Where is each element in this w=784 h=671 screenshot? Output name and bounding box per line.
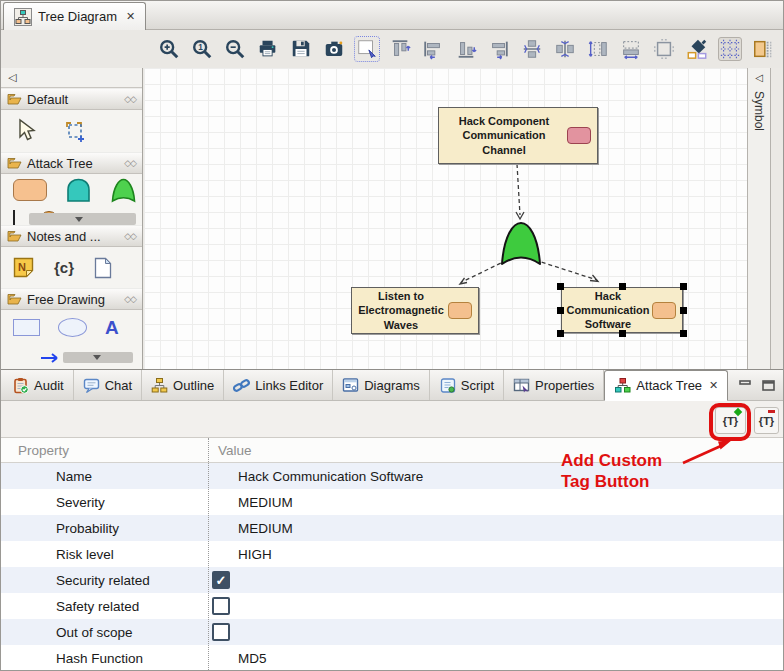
view-tab-bar: Audit Chat Outline Links Editor Diagrams… [1, 370, 784, 401]
tab-properties[interactable]: Properties [504, 370, 604, 400]
tab-close-icon[interactable]: ✕ [126, 10, 135, 23]
format-painter-icon[interactable] [685, 37, 709, 61]
palette-footer-scrollbar[interactable] [63, 352, 133, 363]
select-tool-icon[interactable] [13, 118, 37, 144]
tab-audit[interactable]: Audit [3, 370, 74, 400]
distribute-vertical-icon[interactable] [520, 37, 544, 61]
table-row[interactable]: Safety related ✓ [1, 593, 784, 619]
connector-tool[interactable] [13, 210, 15, 225]
table-body: Name Hack Communication Software Severit… [1, 463, 784, 671]
add-custom-tag-button[interactable]: {T} [715, 407, 746, 434]
or-gate-tool[interactable] [110, 178, 137, 203]
tab-close-icon[interactable]: ✕ [709, 379, 718, 392]
scroll-right-icon[interactable] [39, 352, 63, 364]
distribute-horizontal-icon[interactable] [553, 37, 577, 61]
table-row[interactable]: Security related ✓ [1, 567, 784, 593]
expand-arrow-icon[interactable]: ◁ [755, 72, 763, 83]
align-right-icon[interactable] [487, 37, 511, 61]
table-row[interactable]: Out of scope ✓ [1, 619, 784, 645]
palette-collapse-button[interactable]: ◁ [1, 68, 142, 88]
node-badge[interactable] [448, 302, 472, 319]
node-hack-communication-software[interactable]: Hack Communication Software [561, 287, 683, 333]
selection-handle[interactable] [680, 283, 687, 290]
ellipse-tool[interactable] [58, 318, 87, 337]
tab-attack-tree[interactable]: Attack Tree ✕ [604, 370, 728, 401]
symbol-panel-label: Symbol [752, 91, 766, 131]
maximize-icon[interactable] [762, 379, 775, 392]
marquee-tool-icon[interactable] [63, 119, 87, 143]
tab-outline[interactable]: Outline [142, 370, 224, 400]
toggle-grid-icon[interactable] [718, 37, 742, 61]
property-value[interactable]: MEDIUM [208, 495, 293, 510]
selection-handle[interactable] [680, 330, 687, 337]
align-bottom-icon[interactable] [454, 37, 478, 61]
palette-drawer-attack-tree[interactable]: Attack Tree ◇◇ [1, 152, 142, 174]
table-row[interactable]: Probability MEDIUM [1, 515, 784, 541]
property-name: Risk level [1, 547, 208, 562]
note-tool[interactable]: N [13, 257, 34, 278]
symbol-panel-collapsed[interactable]: ◁ Symbol [747, 68, 771, 369]
comment-tool[interactable]: {c} [54, 259, 74, 276]
align-top-icon[interactable] [388, 37, 412, 61]
tag-glyph: {T} [759, 415, 774, 427]
security-related-checkbox[interactable]: ✓ [212, 571, 230, 589]
bottom-panel: Audit Chat Outline Links Editor Diagrams… [1, 369, 784, 671]
palette-drawer-notes[interactable]: Notes and ... ◇◇ [1, 225, 142, 247]
minimize-icon[interactable] [739, 379, 752, 392]
node-badge[interactable] [652, 302, 676, 319]
tab-tree-diagram[interactable]: Tree Diagram ✕ [3, 2, 146, 30]
zoom-actual-icon[interactable]: 1 [190, 37, 214, 61]
node-listen-to-electromagnetic-waves[interactable]: Listen to Electromagnetic Waves [351, 287, 479, 334]
palette-drawer-default[interactable]: Default ◇◇ [1, 88, 142, 110]
rectangle-tool[interactable] [13, 319, 40, 336]
header-value: Value [208, 443, 252, 458]
selection-handle[interactable] [557, 330, 564, 337]
table-row[interactable]: Severity MEDIUM [1, 489, 784, 515]
node-badge[interactable] [567, 127, 591, 144]
save-icon[interactable] [289, 37, 313, 61]
and-gate-tool[interactable] [65, 178, 92, 203]
table-row[interactable]: Name Hack Communication Software [1, 463, 784, 489]
fill-style-icon[interactable] [751, 37, 775, 61]
selection-handle[interactable] [557, 307, 564, 314]
property-value[interactable]: MEDIUM [208, 521, 293, 536]
pin-icon[interactable]: ◇◇ [124, 94, 136, 104]
property-value[interactable]: HIGH [208, 547, 272, 562]
tab-diagrams[interactable]: Diagrams [333, 370, 430, 400]
table-row[interactable]: Risk level HIGH [1, 541, 784, 567]
zoom-out-icon[interactable] [223, 37, 247, 61]
palette-scrollbar[interactable] [29, 213, 136, 225]
zoom-in-icon[interactable] [157, 37, 181, 61]
remove-custom-tag-button[interactable]: {T} [754, 407, 779, 434]
pin-icon[interactable]: ◇◇ [124, 294, 136, 304]
align-left-icon[interactable] [421, 37, 445, 61]
match-height-icon[interactable] [586, 37, 610, 61]
event-node-tool[interactable] [13, 179, 47, 201]
selection-handle[interactable] [619, 283, 626, 290]
table-row[interactable]: Hash Function MD5 [1, 645, 784, 671]
marquee-select-icon[interactable] [355, 37, 379, 61]
diagram-canvas[interactable]: Hack Component Communication Channel Lis… [144, 68, 747, 369]
print-icon[interactable] [256, 37, 280, 61]
pin-icon[interactable]: ◇◇ [124, 231, 136, 241]
tab-chat[interactable]: Chat [74, 370, 142, 400]
tab-links-editor[interactable]: Links Editor [224, 370, 333, 400]
palette-drawer-free-drawing[interactable]: Free Drawing ◇◇ [1, 288, 142, 310]
fit-selection-icon[interactable] [652, 37, 676, 61]
selection-handle[interactable] [557, 283, 564, 290]
match-width-icon[interactable] [619, 37, 643, 61]
screenshot-icon[interactable] [322, 37, 346, 61]
out-of-scope-checkbox[interactable]: ✓ [212, 623, 230, 641]
selection-handle[interactable] [619, 330, 626, 337]
text-tool[interactable]: A [105, 317, 119, 339]
node-hack-component-communication-channel[interactable]: Hack Component Communication Channel [438, 107, 598, 164]
pin-icon[interactable]: ◇◇ [124, 158, 136, 168]
property-value[interactable]: MD5 [208, 651, 267, 666]
safety-related-checkbox[interactable]: ✓ [212, 597, 230, 615]
tab-label: Diagrams [364, 378, 420, 393]
tab-script[interactable]: Script [430, 370, 504, 400]
selection-handle[interactable] [680, 307, 687, 314]
drawer-label: Free Drawing [27, 292, 105, 307]
document-tool[interactable] [94, 257, 112, 279]
property-value[interactable]: Hack Communication Software [208, 469, 423, 484]
